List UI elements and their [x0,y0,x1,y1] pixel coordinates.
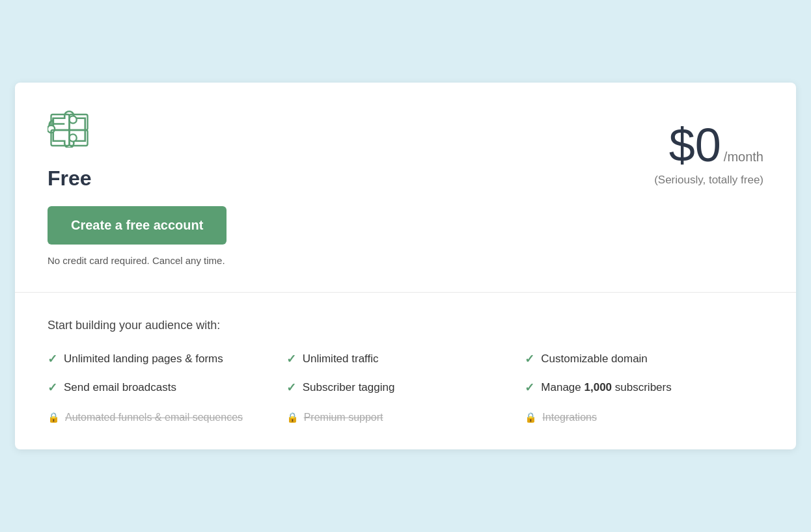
price-container: $0 /month [654,122,763,168]
card-top-right: $0 /month (Seriously, totally free) [654,109,763,187]
check-icon-1: ✓ [48,352,57,366]
no-cc-text: No credit card required. Cancel any time… [48,255,225,266]
locked-features-row: 🔒 Automated funnels & email sequences 🔒 … [48,412,763,423]
feature-label-2: Unlimited traffic [303,352,379,366]
lock-icon-3: 🔒 [525,412,537,423]
feature-label-5: Subscriber tagging [303,381,395,394]
feature-label-4: Send email broadcasts [64,381,176,394]
locked-label-1: Automated funnels & email sequences [65,412,243,423]
lock-icon-2: 🔒 [286,412,299,423]
price-period: /month [724,150,763,165]
locked-label-2: Premium support [304,412,383,423]
features-row-2: ✓ Send email broadcasts ✓ Subscriber tag… [48,380,763,395]
feature-label-6: Manage 1,000 subscribers [541,381,671,394]
puzzle-icon-svg [48,112,96,151]
features-row-1: ✓ Unlimited landing pages & forms ✓ Unli… [48,352,763,366]
feature-unlimited-landing-pages: ✓ Unlimited landing pages & forms [48,352,286,366]
card-bottom-section: Start building your audience with: ✓ Unl… [15,293,796,449]
feature-customizable-domain: ✓ Customizable domain [525,352,763,366]
feature-label-3: Customizable domain [541,352,647,366]
check-icon-2: ✓ [286,352,296,366]
feature-subscriber-tagging: ✓ Subscriber tagging [286,380,525,395]
feature-unlimited-traffic: ✓ Unlimited traffic [286,352,525,366]
check-icon-3: ✓ [525,352,534,366]
features-intro: Start building your audience with: [48,319,763,332]
check-icon-5: ✓ [286,380,296,395]
page-wrapper: Free Create a free account No credit car… [15,83,796,449]
card-top-section: Free Create a free account No credit car… [15,83,796,293]
feature-label-1: Unlimited landing pages & forms [64,352,223,366]
features-grid: ✓ Unlimited landing pages & forms ✓ Unli… [48,352,763,423]
pricing-card: Free Create a free account No credit car… [15,83,796,449]
locked-integrations: 🔒 Integrations [525,412,763,423]
check-icon-6: ✓ [525,380,534,395]
feature-email-broadcasts: ✓ Send email broadcasts [48,380,286,395]
locked-premium-support: 🔒 Premium support [286,412,525,423]
locked-funnels: 🔒 Automated funnels & email sequences [48,412,286,423]
create-account-button[interactable]: Create a free account [48,206,227,245]
lock-icon-1: 🔒 [48,412,60,423]
feature-manage-subscribers: ✓ Manage 1,000 subscribers [525,380,763,395]
locked-label-3: Integrations [542,412,597,423]
check-icon-4: ✓ [48,380,57,395]
price-note: (Seriously, totally free) [654,174,763,187]
plan-name: Free [48,166,92,191]
card-top-left: Free Create a free account No credit car… [48,109,227,266]
price-amount: $0 [669,122,721,168]
